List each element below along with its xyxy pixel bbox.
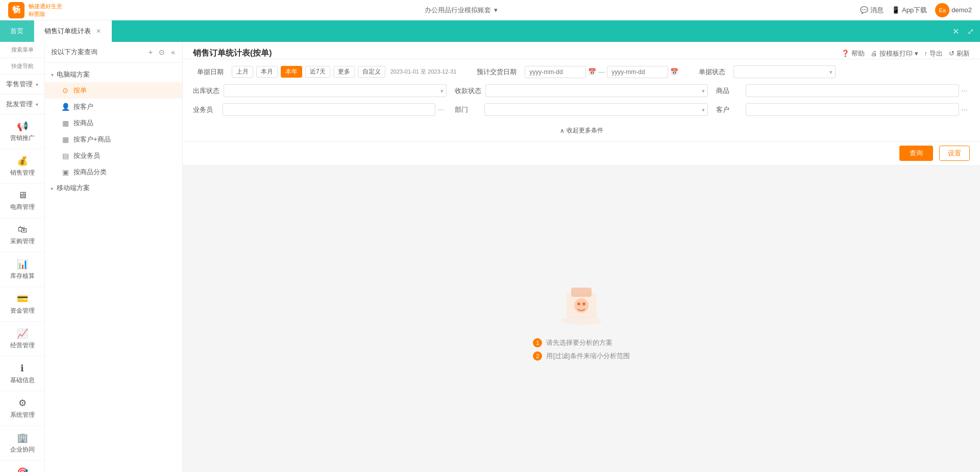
sidebar-item-sales[interactable]: 💰 销售管理 [0, 149, 44, 184]
order-status-label: 单据状态 [699, 67, 725, 77]
tab-sales-stats[interactable]: 销售订单统计表 ✕ [34, 20, 112, 42]
date-this-month-btn[interactable]: 本月 [256, 66, 278, 78]
filter-row-1: 单据日期 上月 本月 本年 近7天 更多 自定义 2023-01-01 至 20… [193, 65, 970, 78]
query-button[interactable]: 查询 [899, 146, 933, 161]
export-button[interactable]: ↑ 导出 [924, 49, 943, 58]
date-last-month-btn[interactable]: 上月 [232, 66, 253, 78]
panel-collapse-button[interactable]: « [170, 47, 176, 57]
sidebar-item-newbie[interactable]: 🎯 新手引导 [0, 461, 44, 472]
sidebar-item-retail[interactable]: 零售管理 ▾ [0, 75, 44, 95]
tab-close-icon[interactable]: ✕ [96, 28, 101, 35]
expected-date-label: 预计交货日期 [477, 67, 517, 77]
customer-more-icon[interactable]: ··· [959, 105, 970, 114]
message-button[interactable]: 💬 消息 [860, 6, 884, 15]
customer-input[interactable] [746, 103, 959, 116]
tab-minimize-button[interactable]: ✕ [950, 25, 961, 38]
sidebar-item-inventory[interactable]: 📊 库存核算 [0, 252, 44, 287]
logo-area: 畅 畅捷通好生意 标图版 [8, 2, 62, 18]
system-icon: ⚙ [18, 397, 27, 409]
sidebar-item-ecommerce[interactable]: 🖥 电商管理 [0, 184, 44, 218]
ship-status-group: 出库状态 [193, 84, 447, 97]
empty-svg [551, 277, 612, 328]
sidebar: 搜索菜单 快捷导航 零售管理 ▾ 批发管理 ▾ 📢 营销推广 💰 销售管理 🖥 … [0, 42, 45, 472]
print-icon: 🖨 [871, 50, 877, 57]
collapse-icon: ∧ [560, 127, 565, 134]
ship-status-select-wrapper [224, 84, 447, 97]
tab-maximize-button[interactable]: ⤢ [965, 25, 976, 38]
department-select[interactable] [484, 103, 708, 116]
goods-label: 商品 [716, 86, 742, 96]
breadcrumb-arrow-icon[interactable]: ▾ [494, 6, 498, 14]
scheme-item-by-customer-product[interactable]: ▦ 按客户+商品 [45, 131, 182, 148]
finance-icon: 💳 [17, 293, 28, 304]
scheme-group-pc: ▾ 电脑端方案 ⊙ 按单 👤 按客户 ▦ 按商品 [45, 67, 182, 180]
date-more-btn[interactable]: 更多 [333, 66, 355, 78]
payment-status-label: 收款状态 [455, 86, 481, 96]
date-last-7-btn[interactable]: 近7天 [305, 66, 330, 78]
collapse-button[interactable]: ∧ 收起更多条件 [560, 126, 603, 135]
salesperson-more-icon[interactable]: ··· [435, 105, 446, 114]
date-separator: — [598, 68, 605, 76]
main-layout: 搜索菜单 快捷导航 零售管理 ▾ 批发管理 ▾ 📢 营销推广 💰 销售管理 🖥 … [0, 42, 980, 472]
scheme-group-mobile-header[interactable]: ▸ 移动端方案 [45, 180, 182, 196]
sidebar-item-system[interactable]: ⚙ 系统管理 [0, 391, 44, 426]
refresh-icon: ↺ [949, 50, 954, 57]
goods-input[interactable] [746, 84, 959, 97]
date-custom-btn[interactable]: 自定义 [358, 66, 385, 78]
order-status-select-wrapper [733, 65, 836, 78]
ship-status-select[interactable] [224, 84, 447, 97]
salesperson-input[interactable] [223, 103, 435, 116]
app-download-button[interactable]: 📱 App下载 [892, 6, 927, 15]
newbie-icon: 🎯 [17, 467, 28, 472]
sidebar-item-wholesale[interactable]: 批发管理 ▾ [0, 95, 44, 114]
by-category-icon: ▣ [61, 168, 69, 176]
retail-expand-icon: ▾ [36, 82, 38, 87]
scheme-settings-button[interactable]: ⊙ [158, 47, 166, 57]
scheme-item-by-order[interactable]: ⊙ 按单 [45, 82, 182, 99]
payment-status-select[interactable] [485, 84, 708, 97]
customer-label: 客户 [716, 105, 742, 114]
svg-point-5 [582, 302, 585, 305]
settings-button[interactable]: 设置 [939, 146, 970, 161]
print-expand-icon: ▾ [915, 50, 918, 57]
by-customer-icon: 👤 [61, 103, 69, 111]
user-menu[interactable]: Ea demo2 [935, 3, 972, 17]
sidebar-quick-nav[interactable]: 快捷导航 [0, 58, 44, 75]
help-button[interactable]: ❓ 帮助 [841, 49, 865, 58]
scheme-item-by-category[interactable]: ▣ 按商品分类 [45, 164, 182, 180]
wholesale-expand-icon: ▾ [34, 103, 40, 106]
expected-date-start[interactable] [525, 66, 586, 78]
scheme-list: ▾ 电脑端方案 ⊙ 按单 👤 按客户 ▦ 按商品 [45, 63, 182, 200]
expected-date-end[interactable] [607, 66, 668, 78]
scheme-item-by-customer[interactable]: 👤 按客户 [45, 99, 182, 115]
order-status-select[interactable] [733, 65, 836, 78]
sidebar-item-purchase[interactable]: 🛍 采购管理 [0, 218, 44, 252]
sidebar-item-finance[interactable]: 💳 资金管理 [0, 287, 44, 322]
add-scheme-button[interactable]: + [148, 47, 154, 57]
empty-tip-1: 1 请先选择要分析的方案 [533, 338, 629, 347]
template-print-button[interactable]: 🖨 按模板打印 ▾ [871, 49, 918, 58]
scheme-item-by-product[interactable]: ▦ 按商品 [45, 115, 182, 131]
content-area: 按以下方案查询 + ⊙ « ▾ 电脑端方案 ⊙ 按单 [45, 42, 980, 472]
page-header-actions: ❓ 帮助 🖨 按模板打印 ▾ ↑ 导出 ↺ 刷新 [841, 49, 970, 58]
sidebar-item-enterprise[interactable]: 🏢 企业协同 [0, 426, 44, 461]
expected-date-end-cal-icon[interactable]: 📅 [670, 68, 678, 76]
sidebar-item-basic[interactable]: ℹ 基础信息 [0, 357, 44, 391]
sidebar-item-marketing[interactable]: 📢 营销推广 [0, 114, 44, 149]
scheme-group-mobile: ▸ 移动端方案 [45, 180, 182, 196]
left-panel-header: 按以下方案查询 + ⊙ « [45, 42, 182, 63]
sidebar-item-operation[interactable]: 📈 经营管理 [0, 322, 44, 357]
sidebar-search[interactable]: 搜索菜单 [0, 42, 44, 58]
refresh-button[interactable]: ↺ 刷新 [949, 49, 970, 58]
expected-date-start-cal-icon[interactable]: 📅 [588, 68, 596, 76]
scheme-group-pc-header[interactable]: ▾ 电脑端方案 [45, 67, 182, 82]
avatar: Ea [935, 3, 949, 17]
by-customer-product-icon: ▦ [61, 135, 69, 144]
help-icon: ❓ [841, 50, 849, 57]
ship-status-label: 出库状态 [193, 86, 219, 96]
date-this-year-btn[interactable]: 本年 [281, 66, 302, 78]
scheme-item-by-salesperson[interactable]: ▤ 按业务员 [45, 148, 182, 164]
goods-more-icon[interactable]: ··· [959, 86, 970, 96]
customer-group: 客户 ··· [716, 103, 970, 116]
tab-home[interactable]: 首页 [0, 20, 34, 42]
